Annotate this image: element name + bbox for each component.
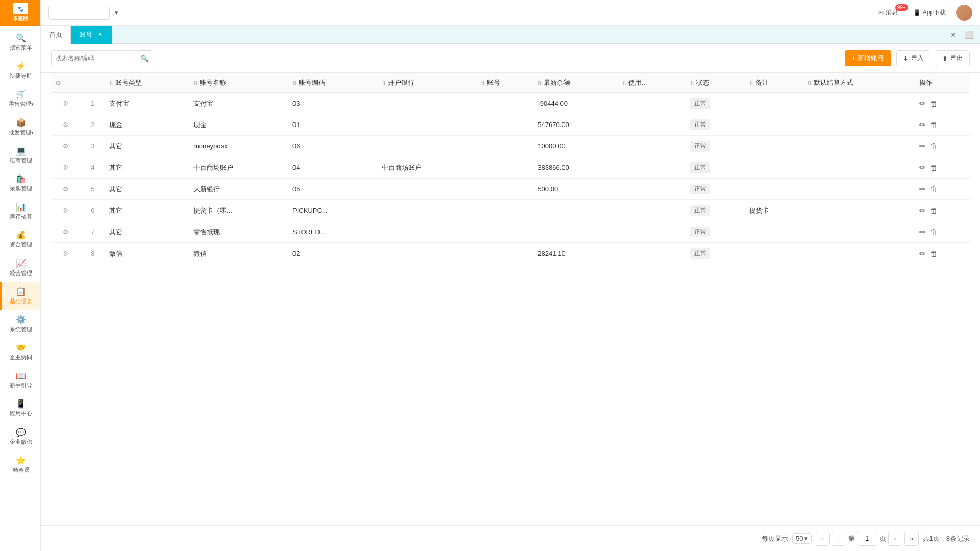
delete-button[interactable]: 🗑 [930, 99, 938, 108]
search-icon[interactable]: 🔍 [140, 55, 149, 62]
edit-button[interactable]: ✏ [919, 120, 926, 130]
message-button[interactable]: ✉ 消息 99+ [873, 8, 903, 17]
table-row: ⚙2现金现金01547670.00正常 ✏ 🗑 [51, 114, 970, 136]
row-gear-icon[interactable]: ⚙ [63, 228, 69, 236]
sidebar-item-wholesale[interactable]: 📦 批发管理▾ [0, 113, 40, 141]
add-account-button[interactable]: + 新增账号 [845, 50, 891, 66]
row-bank [378, 200, 477, 221]
delete-button[interactable]: 🗑 [930, 120, 938, 129]
phone-icon: 📱 [913, 9, 921, 16]
import-button[interactable]: ⬇ 导入 [896, 50, 930, 66]
sidebar-item-inventory[interactable]: 📊 库存核算 [0, 197, 40, 225]
delete-button[interactable]: 🗑 [930, 163, 938, 172]
sidebar-item-member[interactable]: ⭐ 畅会员 [0, 450, 40, 479]
edit-button[interactable]: ✏ [919, 163, 926, 172]
sidebar-icon-wechat: 💬 [16, 428, 26, 437]
col-header-status[interactable]: ⇅状态 [686, 73, 745, 93]
row-type: 其它 [105, 157, 189, 179]
gear-icon[interactable]: ⚙ [55, 79, 61, 87]
edit-button[interactable]: ✏ [919, 142, 926, 151]
sidebar-label-guide: 新手引导 [10, 382, 32, 389]
row-bank [378, 243, 477, 264]
sidebar-item-system[interactable]: ⚙️ 系统管理 [0, 310, 40, 338]
sidebar-item-enterprise[interactable]: 🤝 企业协同 [0, 338, 40, 366]
header-dropdown[interactable]: ▾ [115, 9, 118, 16]
close-window-button[interactable]: ✕ [946, 28, 961, 42]
message-icon: ✉ [878, 9, 884, 16]
total-info: 共1页，8条记录 [923, 534, 970, 543]
col-header-bank[interactable]: ⇅开户银行 [378, 73, 477, 93]
delete-button[interactable]: 🗑 [930, 142, 938, 151]
row-gear-icon[interactable]: ⚙ [63, 207, 69, 214]
prev-page-button[interactable]: ‹ [832, 532, 846, 546]
col-header-name[interactable]: ⇅账号名称 [189, 73, 288, 93]
delete-button[interactable]: 🗑 [930, 249, 938, 258]
row-gear-icon[interactable]: ⚙ [63, 164, 69, 171]
sidebar-item-basic[interactable]: 📋 基础信息 [0, 282, 40, 310]
status-badge: 正常 [690, 227, 710, 237]
edit-button[interactable]: ✏ [919, 185, 926, 194]
col-header-balance[interactable]: ⇅最新余额 [533, 73, 618, 93]
row-gear-icon[interactable]: ⚙ [63, 121, 69, 129]
sidebar-item-guide[interactable]: 📖 新手引导 [0, 366, 40, 394]
first-page-button[interactable]: « [816, 532, 830, 546]
row-default_settle [803, 179, 915, 200]
col-header-account[interactable]: ⇅账号 [477, 73, 534, 93]
row-account [477, 221, 534, 243]
edit-button[interactable]: ✏ [919, 228, 926, 237]
next-page-button[interactable]: › [888, 532, 902, 546]
tab-home[interactable]: 首页 [41, 26, 71, 44]
delete-button[interactable]: 🗑 [930, 228, 938, 236]
last-page-button[interactable]: » [904, 532, 919, 546]
sidebar-item-appcenter[interactable]: 📱 应用中心 [0, 394, 40, 422]
row-gear-icon[interactable]: ⚙ [63, 142, 69, 150]
tab-close-account[interactable]: ✕ [95, 31, 104, 39]
app-download-button[interactable]: 📱 App下载 [913, 8, 946, 17]
col-header-remark[interactable]: ⇅备注 [745, 73, 803, 93]
sidebar-label-wechat: 企业微信 [10, 439, 32, 445]
sidebar-item-ecommerce[interactable]: 💻 电商管理 [0, 141, 40, 169]
export-button[interactable]: ⬆ 导出 [936, 50, 970, 66]
user-avatar[interactable] [956, 5, 972, 21]
sidebar-item-purchase[interactable]: 🛍️ 采购管理 [0, 169, 40, 197]
global-search-input[interactable] [48, 6, 110, 20]
edit-button[interactable]: ✏ [919, 206, 926, 215]
tab-account[interactable]: 账号✕ [71, 26, 112, 44]
row-gear-icon[interactable]: ⚙ [63, 185, 69, 193]
col-header-usage[interactable]: ⇅使用... [618, 73, 687, 93]
sidebar-icon-appcenter: 📱 [16, 399, 26, 409]
sidebar-item-search[interactable]: 🔍 搜索菜单 [0, 28, 40, 56]
row-gear-icon[interactable]: ⚙ [63, 99, 69, 107]
sidebar-item-operations[interactable]: 📈 经营管理 [0, 254, 40, 282]
row-code: 06 [288, 136, 378, 157]
col-header-type[interactable]: ⇅账号类型 [105, 73, 189, 93]
sidebar-item-finance[interactable]: 💰 资金管理 [0, 225, 40, 253]
delete-button[interactable]: 🗑 [930, 185, 938, 193]
edit-button[interactable]: ✏ [919, 249, 926, 258]
table-row: ⚙1支付宝支付宝03-90444.00正常 ✏ 🗑 [51, 93, 970, 114]
col-label-remark: 备注 [755, 78, 769, 87]
tab-label-account: 账号 [79, 30, 92, 39]
message-badge: 99+ [895, 4, 908, 11]
col-sort-icon-usage: ⇅ [622, 80, 626, 86]
sidebar-label-search: 搜索菜单 [10, 44, 32, 51]
delete-button[interactable]: 🗑 [930, 206, 938, 215]
avatar-image [956, 5, 972, 21]
account-search-input[interactable] [56, 55, 137, 62]
row-gear-icon[interactable]: ⚙ [63, 249, 69, 257]
sidebar-icon-retail: 🛒 [16, 89, 26, 99]
sidebar-item-shortcut[interactable]: ⚡ 快捷导航 [0, 56, 40, 84]
maximize-window-button[interactable]: ⬜ [962, 28, 976, 42]
table-row: ⚙3其它moneybosx0610000.00正常 ✏ 🗑 [51, 136, 970, 157]
sidebar-item-wechat[interactable]: 💬 企业微信 [0, 422, 40, 450]
col-header-code[interactable]: ⇅账号编码 [288, 73, 378, 93]
row-usage [618, 136, 687, 157]
row-name: 零售抵现 [189, 221, 288, 243]
sidebar-item-retail[interactable]: 🛒 零售管理▾ [0, 84, 40, 112]
row-account [477, 179, 534, 200]
page-number-input[interactable] [857, 532, 877, 546]
row-default_settle [803, 136, 915, 157]
col-header-default_settle[interactable]: ⇅默认结算方式 [803, 73, 915, 93]
edit-button[interactable]: ✏ [919, 99, 926, 108]
page-size-select[interactable]: 50 ▾ [792, 533, 811, 544]
